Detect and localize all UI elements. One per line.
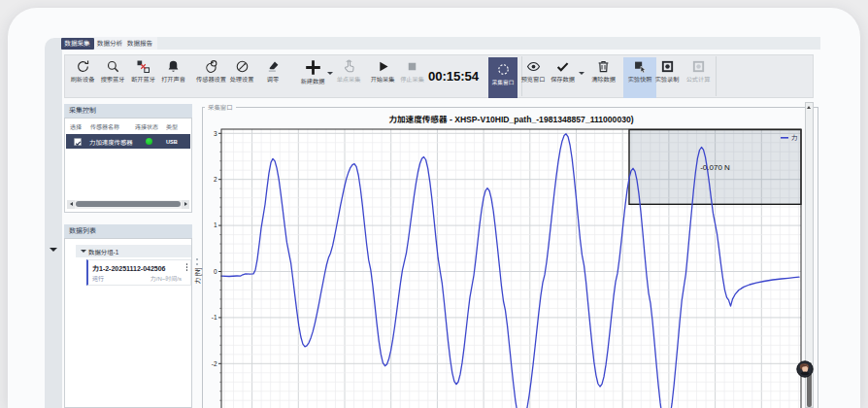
toolbar-button-label: 单点采集: [332, 76, 365, 83]
data-list-header: 数据列表: [64, 224, 192, 238]
y-axis-tick-label: 0: [214, 268, 217, 275]
col-header-conn-status: 连接状态: [135, 122, 158, 131]
screen: { "accent_colors": { "active_navy": "#3d…: [0, 0, 868, 408]
sensor-name: 力加速度传感器: [89, 138, 133, 147]
selection-value-label: -0.070 N: [700, 163, 730, 172]
formula-icon: [691, 59, 706, 74]
sensor-settings-button[interactable]: 传感器设置: [193, 56, 230, 96]
acq-control-header: 采集控制: [64, 104, 192, 118]
process-settings-button[interactable]: 处理设置: [225, 56, 258, 96]
tap-icon: [342, 59, 356, 74]
toolbar-button-label: 预览窗口: [517, 76, 550, 83]
check-mark-icon: [75, 140, 82, 147]
snapshot-icon: [633, 59, 648, 74]
chart-plot[interactable]: 3210-1-2-0.070 N力力 [N]: [190, 107, 818, 408]
experiment-record-button[interactable]: 实验录制: [651, 56, 684, 96]
play-icon: [376, 59, 390, 74]
eraser-icon: [266, 59, 281, 74]
collapsed-sidebar-strip[interactable]: [45, 38, 62, 408]
disconnect-bluetooth-button[interactable]: 断开蓝牙: [127, 56, 160, 96]
refresh-icon: [76, 59, 90, 74]
sensor-table: 选择 传感器名称 连接状态 类型 力加速度传感器 USB: [64, 118, 192, 213]
zero-adjust-button[interactable]: 调零: [256, 56, 289, 96]
bell-icon: [166, 59, 181, 74]
table-horizontal-scrollbar[interactable]: [67, 200, 189, 209]
sensor-row[interactable]: 力加速度传感器 USB: [66, 134, 190, 149]
trash-icon: [596, 59, 611, 74]
data-item-card[interactable]: 力1-2-20251112-042506 运行 力/N~时间/s: [86, 259, 191, 286]
data-group-label: 数据分组-1: [88, 248, 118, 256]
sensor-checkbox[interactable]: [74, 138, 82, 146]
new-data-button[interactable]: 新建数据: [296, 56, 329, 96]
start-capture-button[interactable]: 开始采集: [366, 56, 399, 96]
disconnect-icon: [136, 59, 150, 74]
y-axis-tick-label: -1: [212, 314, 217, 321]
sound-on-button[interactable]: 打开声音: [157, 56, 190, 96]
tab-data-analysis[interactable]: 数据分析: [96, 38, 123, 50]
save-data-dropdown-caret[interactable]: [579, 72, 584, 75]
y-axis-tick-label: 1: [214, 221, 217, 228]
save-data-button[interactable]: 保存数据: [547, 56, 580, 96]
toolbar-button-label: 清除数据: [587, 76, 620, 83]
search-icon: [106, 59, 120, 74]
single-point-capture-button[interactable]: 单点采集: [332, 56, 365, 96]
y-axis-tick-label: 2: [214, 176, 217, 183]
toolbar-button-label: 保存数据: [547, 76, 580, 83]
col-header-sensor-name: 传感器名称: [90, 122, 119, 131]
toolbar-button-label: 公式计算: [682, 76, 715, 83]
data-list-tree: 数据分组-1 力1-2-20251112-042506 运行 力/N~时间/s: [64, 238, 192, 408]
toolbar-button-label: 实验录制: [651, 76, 684, 83]
refresh-devices-button[interactable]: 刷新设备: [66, 56, 99, 96]
sidebar-collapse-arrow-icon[interactable]: [50, 248, 57, 252]
y-axis-tick-label: -2: [212, 360, 217, 367]
data-group-row[interactable]: 数据分组-1: [76, 245, 191, 257]
toolbar-button-label: 开始采集: [366, 76, 399, 83]
legend-label: 力: [791, 134, 798, 141]
capture-timer: 00:15:54: [428, 69, 481, 84]
data-item-status: 运行: [92, 274, 104, 283]
y-axis-tick-label: 3: [214, 130, 217, 137]
formula-calc-button[interactable]: 公式计算: [682, 56, 715, 96]
col-header-type: 类型: [166, 122, 178, 131]
toolbar-button-label: 调零: [256, 76, 289, 83]
toolbar-button-label: 搜索蓝牙: [96, 76, 129, 83]
scroll-left-arrow[interactable]: [67, 200, 75, 209]
toolbar-separator: [716, 56, 717, 96]
sensor-settings-icon: [204, 59, 219, 74]
toolbar-button-label: 刷新设备: [66, 76, 99, 83]
sensor-type: USB: [166, 139, 178, 145]
scrollbar-thumb[interactable]: [76, 201, 181, 207]
y-axis-title: 力 [N]: [194, 268, 202, 285]
toolbar-button-label: 断开蓝牙: [127, 76, 160, 83]
gauge-icon: [235, 59, 250, 74]
scroll-right-arrow[interactable]: [182, 200, 189, 209]
stop-icon: [405, 59, 419, 74]
record-icon: [660, 59, 675, 74]
scroll-up-arrow[interactable]: [807, 106, 811, 109]
tab-bar: [62, 37, 820, 50]
item-menu-icon[interactable]: [186, 263, 188, 273]
tab-data-report[interactable]: 数据报告: [126, 38, 153, 50]
capture-window-button[interactable]: 采集窗口: [488, 57, 517, 99]
check-icon: [555, 59, 570, 74]
toolbar-button-label: 处理设置: [225, 76, 258, 83]
toolbar-button-label: 打开声音: [157, 76, 190, 83]
col-header-select: 选择: [70, 122, 82, 131]
preview-window-button[interactable]: 预览窗口: [517, 56, 550, 96]
connection-status-dot: [146, 138, 152, 145]
plus-icon: [305, 59, 321, 76]
toolbar-button-label: 采集窗口: [489, 79, 517, 85]
data-item-axes: 力/N~时间/s: [150, 274, 182, 283]
data-item-title: 力1-2-20251112-042506: [92, 263, 166, 273]
stop-capture-button[interactable]: 停止采集: [396, 56, 429, 96]
toolbar-button-label: 传感器设置: [193, 76, 230, 83]
clear-data-button[interactable]: 清除数据: [587, 56, 620, 96]
toolbar-button-label: 新建数据: [296, 78, 329, 85]
search-bluetooth-button[interactable]: 搜索蓝牙: [96, 56, 129, 96]
tab-data-acquisition[interactable]: 数据采集: [61, 38, 94, 50]
dashed-circle-icon: [497, 63, 510, 76]
eye-icon: [526, 59, 541, 74]
toolbar-button-label: 停止采集: [396, 76, 429, 83]
group-expand-arrow-icon[interactable]: [81, 250, 86, 253]
assistant-avatar[interactable]: [796, 360, 814, 378]
